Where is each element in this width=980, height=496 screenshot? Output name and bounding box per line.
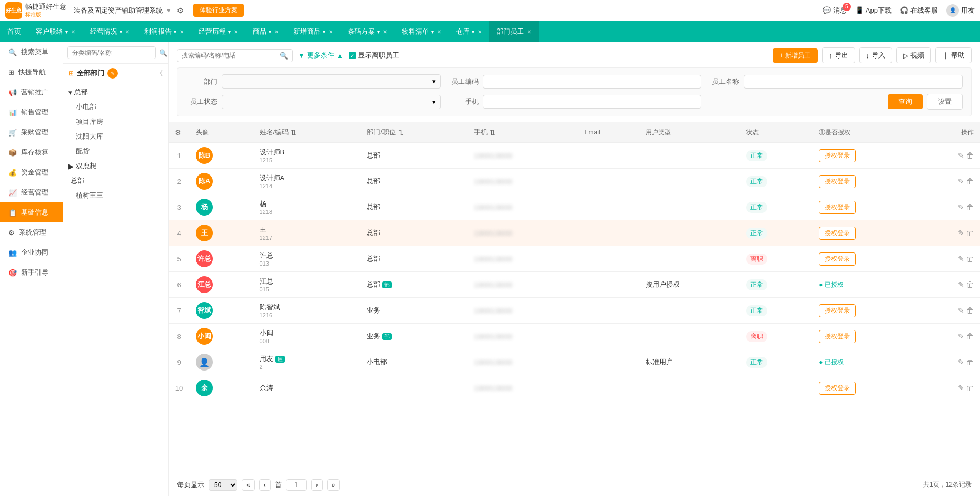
delete-button[interactable]: 🗑	[966, 203, 974, 211]
tab-close-icon[interactable]: ✕	[383, 29, 387, 35]
next-page-button[interactable]: ›	[311, 479, 323, 491]
more-conditions-button[interactable]: ▼ 更多条件 ▲	[298, 51, 343, 60]
tab-home[interactable]: 首页	[0, 21, 28, 42]
delete-button[interactable]: 🗑	[966, 306, 974, 315]
sidebar-item-basic[interactable]: 📋 基础信息	[0, 202, 63, 222]
tab-profit[interactable]: 利润报告▾✕	[137, 21, 191, 42]
settings-gear-icon[interactable]: ⚙	[177, 6, 184, 15]
edit-button[interactable]: ✎	[958, 358, 964, 366]
sidebar-item-collab[interactable]: 👥 企业协同	[0, 242, 63, 262]
search-box[interactable]: 🔍	[177, 49, 293, 62]
tab-close-icon[interactable]: ✕	[329, 29, 333, 35]
tab-goods[interactable]: 商品▾✕	[245, 21, 286, 42]
cell-auth[interactable]: 授权登录	[813, 375, 919, 401]
video-button[interactable]: ▷ 视频	[896, 47, 931, 63]
dept-edit-button[interactable]: ✎	[107, 68, 118, 79]
tab-add-goods[interactable]: 新增商品▾✕	[286, 21, 340, 42]
auth-login-button[interactable]: 授权登录	[819, 252, 856, 266]
phone-input[interactable]	[483, 95, 702, 109]
tab-customer[interactable]: 客户联络▾✕	[28, 21, 83, 42]
dept-search-icon[interactable]: 🔍	[159, 49, 167, 57]
page-number-input[interactable]	[286, 479, 307, 491]
cell-auth[interactable]: 授权登录	[813, 194, 919, 220]
sidebar-item-inventory[interactable]: 📦 库存核算	[0, 142, 63, 162]
delete-button[interactable]: 🗑	[966, 358, 974, 366]
cell-auth[interactable]: 授权登录	[813, 220, 919, 246]
dept-group-shuanglu[interactable]: ▶ 双鹿想	[63, 159, 168, 173]
sidebar-item-quicknav[interactable]: ⊞ 快捷导航	[0, 62, 63, 82]
sidebar-item-system[interactable]: ⚙ 系统管理	[0, 222, 63, 242]
export-button[interactable]: ↑ 导出	[822, 47, 855, 63]
dept-search-input[interactable]	[67, 46, 156, 59]
delete-button[interactable]: 🗑	[966, 280, 974, 289]
emp-status-select[interactable]: ▾	[222, 95, 441, 109]
last-page-button[interactable]: »	[327, 479, 340, 491]
auth-login-button[interactable]: 授权登录	[819, 201, 856, 214]
dept-item-zhishu[interactable]: 植树王三	[63, 188, 168, 203]
dept-item-peihuo[interactable]: 配货	[63, 144, 168, 159]
dept-collapse-icon[interactable]: 《	[156, 69, 163, 78]
prev-page-button[interactable]: ‹	[259, 479, 271, 491]
tab-close-icon[interactable]: ✕	[125, 29, 130, 35]
online-service-button[interactable]: 🎧 在线客服	[900, 6, 938, 15]
sidebar-item-purchase[interactable]: 🛒 采购管理	[0, 122, 63, 142]
emp-name-input[interactable]	[744, 75, 963, 89]
sidebar-item-search[interactable]: 🔍 搜索菜单	[0, 42, 63, 62]
auth-login-button[interactable]: 授权登录	[819, 330, 856, 343]
sidebar-item-business[interactable]: 📈 经营管理	[0, 182, 63, 202]
delete-button[interactable]: 🗑	[966, 177, 974, 186]
message-button[interactable]: 💬 消息 5	[823, 6, 847, 15]
tab-history[interactable]: 经营历程▾✕	[191, 21, 245, 42]
add-staff-button[interactable]: + 新增员工	[773, 48, 818, 63]
auth-login-button[interactable]: 授权登录	[819, 175, 856, 188]
help-button[interactable]: ｜ 帮助	[935, 47, 972, 63]
th-settings[interactable]: ⚙	[169, 122, 190, 143]
delete-button[interactable]: 🗑	[966, 255, 974, 263]
cell-auth[interactable]: 授权登录	[813, 143, 919, 169]
trial-button[interactable]: 体验行业方案	[193, 4, 244, 17]
tab-close-icon[interactable]: ✕	[478, 29, 482, 35]
sidebar-item-finance[interactable]: 💰 资金管理	[0, 162, 63, 182]
settings-button[interactable]: 设置	[927, 94, 963, 110]
edit-button[interactable]: ✎	[958, 332, 964, 341]
edit-button[interactable]: ✎	[958, 255, 964, 263]
dept-group-zongbu2[interactable]: 总部	[63, 173, 168, 188]
auth-login-button[interactable]: 授权登录	[819, 227, 856, 240]
tab-close-icon[interactable]: ✕	[71, 29, 75, 35]
emp-code-input[interactable]	[483, 75, 702, 89]
tab-close-icon[interactable]: ✕	[274, 29, 279, 35]
tab-close-icon[interactable]: ✕	[180, 29, 184, 35]
tab-close-icon[interactable]: ✕	[527, 29, 531, 35]
delete-button[interactable]: 🗑	[966, 151, 974, 160]
tab-close-icon[interactable]: ✕	[234, 29, 238, 35]
dept-select[interactable]: ▾	[222, 74, 441, 89]
th-phone[interactable]: 手机⇅	[468, 122, 578, 143]
edit-button[interactable]: ✎	[958, 384, 964, 392]
cell-auth[interactable]: 授权登录	[813, 169, 919, 194]
edit-button[interactable]: ✎	[958, 177, 964, 186]
tab-warehouse[interactable]: 仓库▾✕	[449, 21, 489, 42]
sidebar-item-guide[interactable]: 🎯 新手引导	[0, 262, 63, 283]
edit-button[interactable]: ✎	[958, 306, 964, 315]
tab-operation[interactable]: 经营情况▾✕	[83, 21, 137, 42]
edit-button[interactable]: ✎	[958, 203, 964, 211]
edit-button[interactable]: ✎	[958, 151, 964, 160]
user-menu-button[interactable]: 👤 用友	[946, 4, 975, 17]
sidebar-item-sales[interactable]: 📊 销售管理	[0, 102, 63, 122]
first-page-button[interactable]: «	[242, 479, 255, 491]
delete-button[interactable]: 🗑	[966, 332, 974, 341]
edit-button[interactable]: ✎	[958, 280, 964, 289]
auth-login-button[interactable]: 授权登录	[819, 304, 856, 317]
dept-group-zongbu[interactable]: ▾ 总部	[63, 85, 168, 100]
tab-bom[interactable]: 物料清单▾✕	[394, 21, 449, 42]
cell-auth[interactable]: 授权登录	[813, 246, 919, 272]
auth-login-button[interactable]: 授权登录	[819, 382, 856, 395]
delete-button[interactable]: 🗑	[966, 229, 974, 237]
query-button[interactable]: 查询	[888, 94, 923, 109]
show-resigned-checkbox[interactable]: ✓ 显示离职员工	[349, 51, 399, 60]
dept-item-project[interactable]: 项目库房	[63, 114, 168, 129]
tab-staff[interactable]: 部门员工✕	[489, 21, 539, 42]
app-download-button[interactable]: 📱 App下载	[855, 6, 892, 15]
auth-login-button[interactable]: 授权登录	[819, 149, 856, 162]
dept-item-shenyang[interactable]: 沈阳大库	[63, 129, 168, 144]
